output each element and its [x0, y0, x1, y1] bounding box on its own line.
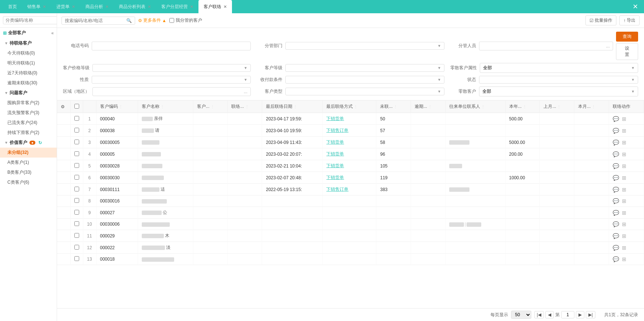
tab-product-analysis-list-close[interactable]: ✕: [148, 4, 151, 9]
resize-handle-last-date[interactable]: ⋮: [293, 105, 297, 109]
region-dots[interactable]: ...: [244, 89, 247, 94]
th-this-month[interactable]: 本月... ⋮: [574, 100, 609, 113]
th-settings[interactable]: ⚙: [57, 100, 70, 113]
row-checkbox[interactable]: [74, 256, 79, 261]
th-this-year[interactable]: 本年... ⋮: [505, 100, 540, 113]
gender-select[interactable]: ▼: [92, 76, 251, 84]
sidebar-item-class-c[interactable]: C类客户(6): [0, 177, 57, 187]
level-select[interactable]: ▼: [285, 64, 444, 72]
resize-handle-code[interactable]: ⋮: [119, 105, 123, 109]
last-method-link[interactable]: 下销货单: [326, 140, 344, 145]
td-check[interactable]: [70, 242, 83, 254]
resize-handle-last-method[interactable]: ⋮: [354, 105, 358, 109]
search-button[interactable]: 查询: [616, 32, 638, 42]
export-btn[interactable]: ↑ 导出: [619, 15, 640, 25]
grid-action-icon[interactable]: ⊞: [622, 116, 626, 122]
chat-icon[interactable]: 💬: [613, 116, 619, 122]
person-dots[interactable]: ...: [606, 43, 610, 49]
last-method-link[interactable]: 下销售订单: [326, 128, 348, 133]
th-code[interactable]: 客户编码 ⋮: [96, 100, 138, 113]
tab-customer-layer[interactable]: 客户分层经营 ✕: [156, 0, 198, 13]
resize-handle-contact[interactable]: ⋮: [245, 105, 249, 109]
search-input[interactable]: [65, 18, 125, 23]
retail-attr-select[interactable]: 全部 ▼: [480, 63, 638, 73]
sidebar-item-churned[interactable]: 已流失客户(24): [0, 118, 57, 128]
select-all-checkbox[interactable]: [74, 104, 79, 109]
td-check[interactable]: [70, 207, 83, 219]
sidebar-item-class-a[interactable]: A类客户(1): [0, 158, 57, 167]
tab-sales[interactable]: 销售单 ✕: [22, 0, 51, 13]
th-overdue[interactable]: 逾期... ⋮: [411, 100, 446, 113]
resize-handle-not-contacted[interactable]: ⋮: [394, 105, 397, 109]
grid-action-icon[interactable]: ⊞: [622, 128, 626, 134]
page-input[interactable]: [561, 311, 574, 318]
chat-icon[interactable]: 💬: [613, 187, 619, 193]
row-checkbox[interactable]: [74, 175, 79, 180]
sidebar-item-class-b[interactable]: B类客户(33): [0, 167, 57, 177]
chat-icon[interactable]: 💬: [613, 151, 619, 157]
chat-icon[interactable]: 💬: [613, 245, 619, 251]
row-checkbox[interactable]: [74, 245, 79, 250]
td-check[interactable]: [70, 184, 83, 195]
td-check[interactable]: [70, 125, 83, 137]
first-page-btn[interactable]: |◀: [534, 311, 544, 318]
row-checkbox[interactable]: [74, 116, 79, 121]
region-select[interactable]: ...: [92, 87, 251, 96]
chat-icon[interactable]: 💬: [613, 233, 619, 239]
grid-action-icon[interactable]: ⊞: [622, 221, 626, 227]
dept-select[interactable]: ▼: [285, 42, 444, 50]
tab-product-analysis[interactable]: 商品分析 ✕: [80, 0, 114, 13]
tab-customer-layer-close[interactable]: ✕: [190, 4, 193, 9]
chat-icon[interactable]: 💬: [613, 128, 619, 134]
grid-action-icon[interactable]: ⊞: [622, 175, 626, 181]
search-icon[interactable]: 🔍: [126, 18, 132, 23]
my-customers-checkbox[interactable]: [169, 18, 174, 23]
phone-input[interactable]: [92, 42, 251, 50]
chat-icon[interactable]: 💬: [613, 163, 619, 169]
sidebar-item-tomorrow[interactable]: 明天待联络(1): [0, 58, 57, 68]
sidebar-collapse-icon[interactable]: «: [51, 31, 54, 36]
grid-action-icon[interactable]: ⊞: [622, 198, 626, 204]
sidebar-item-overdue[interactable]: 逾期未联络(30): [0, 78, 57, 88]
reset-button[interactable]: 设置: [616, 43, 638, 60]
grid-action-icon[interactable]: ⊞: [622, 245, 626, 251]
td-check[interactable]: [70, 254, 83, 265]
th-last-date[interactable]: 最后联络日期 ⋮: [262, 100, 323, 113]
th-company-contact[interactable]: 往来单位联系人 ⋮: [445, 100, 505, 113]
window-close-button[interactable]: ✕: [630, 3, 641, 11]
resize-handle-name[interactable]: ⋮: [161, 105, 164, 109]
grid-action-icon[interactable]: ⊞: [622, 151, 626, 157]
row-checkbox[interactable]: [74, 210, 79, 215]
sidebar-all-customers[interactable]: ⊞ 全部客户 «: [0, 28, 57, 38]
sidebar-item-declining[interactable]: 持续下滑客户(2): [0, 128, 57, 138]
tab-sales-close[interactable]: ✕: [43, 4, 46, 9]
td-check[interactable]: [70, 148, 83, 160]
settings-icon[interactable]: ⚙: [61, 104, 65, 109]
next-page-btn[interactable]: ▶: [576, 311, 584, 318]
chat-icon[interactable]: 💬: [613, 198, 619, 204]
td-check[interactable]: [70, 230, 83, 242]
sidebar-item-churn-warning[interactable]: 流失预警客户(3): [0, 108, 57, 118]
grid-action-icon[interactable]: ⊞: [622, 210, 626, 216]
prev-page-btn[interactable]: ◀: [545, 311, 554, 318]
resize-handle-type[interactable]: ⋮: [211, 105, 214, 109]
td-check[interactable]: [70, 195, 83, 207]
row-checkbox[interactable]: [74, 221, 79, 226]
resize-handle-overdue[interactable]: ⋮: [428, 105, 432, 109]
row-checkbox[interactable]: [74, 140, 79, 144]
last-page-btn[interactable]: ▶|: [586, 311, 595, 318]
tab-purchase[interactable]: 进货单 ✕: [51, 0, 80, 13]
th-contact[interactable]: 联络... ⋮: [228, 100, 262, 113]
row-checkbox[interactable]: [74, 198, 79, 203]
status-select[interactable]: ▼: [479, 76, 638, 84]
td-check[interactable]: [70, 219, 83, 230]
tab-home[interactable]: 首页: [3, 0, 22, 13]
sidebar-group-pending[interactable]: ▼ 待联络客户: [0, 38, 57, 48]
ctype-select[interactable]: ▼: [285, 88, 444, 95]
td-check[interactable]: [70, 137, 83, 148]
price-select[interactable]: ▼: [92, 64, 251, 72]
th-name[interactable]: 客户名称 ⋮: [138, 100, 193, 113]
sidebar-search-input[interactable]: [3, 16, 57, 24]
sidebar-item-7days[interactable]: 近7天待联络(0): [0, 68, 57, 78]
resize-handle-year[interactable]: ⋮: [523, 105, 527, 109]
